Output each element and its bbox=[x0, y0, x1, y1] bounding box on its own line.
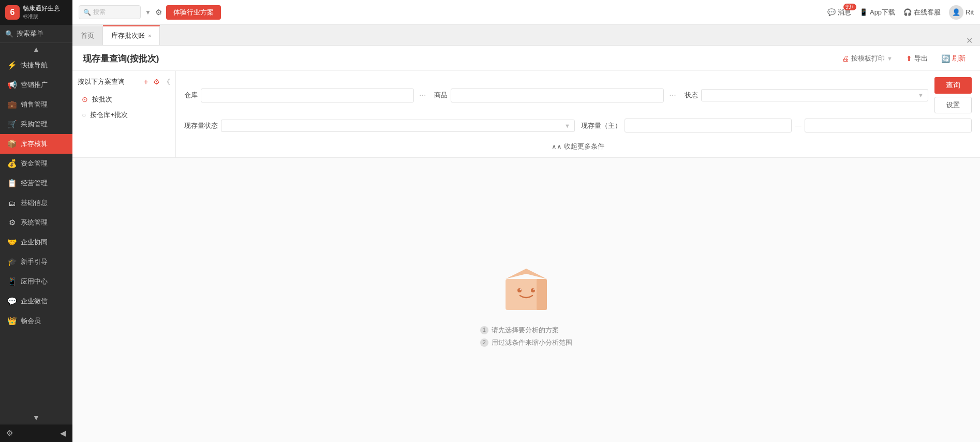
app-download-btn[interactable]: 📱 App下载 bbox=[859, 8, 895, 17]
filter-row-2: 现存量状态 ▼ 现存量（主） — bbox=[184, 119, 972, 132]
tab-home[interactable]: 首页 bbox=[72, 26, 103, 45]
sidebar-label-purchase: 采购管理 bbox=[21, 120, 48, 129]
sidebar-label-wechat: 企业微信 bbox=[21, 297, 48, 306]
sidebar-item-member[interactable]: 👑畅会员 bbox=[0, 311, 72, 331]
sidebar-icon-system: ⚙ bbox=[7, 218, 17, 227]
app-download-icon: 📱 bbox=[859, 8, 868, 16]
sidebar-item-purchase[interactable]: 🛒采购管理 bbox=[0, 114, 72, 134]
filter-qty-dash: — bbox=[795, 122, 801, 129]
filter-main: 仓库 ··· 商品 ··· 状态 ▼ bbox=[176, 71, 980, 157]
tab-inventory-batch-label: 库存批次账 bbox=[111, 31, 145, 40]
sidebar-item-operations[interactable]: 📋经营管理 bbox=[0, 173, 72, 193]
filter-qty-range: — bbox=[625, 119, 972, 132]
empty-hint-1: 1 请先选择要分析的方案 bbox=[480, 326, 572, 335]
messages-btn[interactable]: 💬 消息 99+ bbox=[827, 8, 851, 17]
filter-qty-field: 现存量（主） — bbox=[581, 119, 972, 132]
sidebar-item-apps[interactable]: 📱应用中心 bbox=[0, 272, 72, 291]
empty-num-2: 2 bbox=[480, 338, 488, 347]
topbar-chevron-icon[interactable]: ▼ bbox=[145, 9, 151, 16]
sidebar-item-marketing[interactable]: 📢营销推广 bbox=[0, 75, 72, 95]
filter-sidebar: 按以下方案查询 ＋ ⚙ 《 ⊙ 按批次 ○ 按仓库+批次 bbox=[72, 71, 176, 157]
sidebar-icon-basics: 🗂 bbox=[7, 199, 17, 208]
sidebar-item-finance[interactable]: 💰资金管理 bbox=[0, 154, 72, 173]
refresh-btn[interactable]: 🔄 刷新 bbox=[937, 52, 970, 65]
collapse-more-label: 收起更多条件 bbox=[564, 142, 604, 151]
filter-option-by-wh-batch[interactable]: ○ 按仓库+批次 bbox=[78, 107, 170, 123]
sidebar-item-basics[interactable]: 🗂基础信息 bbox=[0, 193, 72, 213]
filter-inv-status-field: 现存量状态 ▼ bbox=[184, 120, 575, 132]
filter-add-icon[interactable]: ＋ bbox=[142, 78, 150, 86]
topbar-search-icon: 🔍 bbox=[83, 9, 91, 16]
print-btn[interactable]: 🖨 按模板打印 ▼ bbox=[838, 52, 897, 65]
filter-product-input[interactable] bbox=[451, 89, 664, 102]
tab-close-icon[interactable]: × bbox=[148, 33, 151, 39]
empty-hint-1-text: 请先选择要分析的方案 bbox=[492, 326, 559, 335]
topbar-gear-icon[interactable]: ⚙ bbox=[155, 8, 162, 17]
query-btn[interactable]: 查询 bbox=[934, 77, 972, 94]
sidebar-item-enterprise[interactable]: 🤝企业协同 bbox=[0, 232, 72, 252]
sidebar-collapse-icon[interactable]: ◀ bbox=[60, 429, 66, 438]
online-support-btn[interactable]: 🎧 在线客服 bbox=[903, 8, 941, 17]
app-logo: 6 bbox=[5, 5, 20, 20]
sidebar-item-quick-nav[interactable]: ⚡快捷导航 bbox=[0, 55, 72, 75]
filter-actions-right: 查询 设置 bbox=[934, 77, 972, 113]
filter-inv-status-select[interactable]: ▼ bbox=[221, 120, 575, 132]
collapse-up-icon: ∧∧ bbox=[552, 143, 562, 151]
sidebar-item-sales[interactable]: 💼销售管理 bbox=[0, 95, 72, 114]
svg-point-6 bbox=[533, 288, 535, 290]
message-icon: 💬 bbox=[827, 8, 836, 16]
topbar-search-text: 搜索 bbox=[93, 8, 106, 17]
export-label: 导出 bbox=[914, 54, 928, 63]
sidebar-scroll-down[interactable]: ▼ bbox=[0, 411, 72, 424]
industry-btn[interactable]: 体验行业方案 bbox=[166, 5, 221, 20]
empty-hint-2-text: 用过滤条件来缩小分析范围 bbox=[492, 338, 572, 347]
print-icon: 🖨 bbox=[842, 54, 849, 63]
tab-inventory-batch[interactable]: 库存批次账 × bbox=[103, 25, 160, 45]
tabbar: 首页 库存批次账 × ✕ bbox=[72, 25, 980, 46]
filter-collapse-icon[interactable]: 《 bbox=[163, 78, 170, 85]
sidebar-item-system[interactable]: ⚙系统管理 bbox=[0, 213, 72, 232]
filter-qty-to-input[interactable] bbox=[805, 119, 972, 132]
filter-settings-icon[interactable]: ⚙ bbox=[153, 78, 160, 85]
filter-status-select[interactable]: ▼ bbox=[701, 89, 928, 101]
topbar-search-box[interactable]: 🔍 搜索 bbox=[79, 5, 141, 19]
sidebar-label-operations: 经营管理 bbox=[21, 179, 48, 188]
sidebar-label-apps: 应用中心 bbox=[21, 277, 48, 286]
empty-num-1: 1 bbox=[480, 326, 488, 334]
sidebar-search[interactable]: 🔍 搜索菜单 bbox=[0, 25, 72, 43]
filter-sidebar-header: 按以下方案查询 ＋ ⚙ 《 bbox=[78, 77, 170, 86]
sidebar-nav: ⚡快捷导航📢营销推广💼销售管理🛒采购管理📦库存核算💰资金管理📋经营管理🗂基础信息… bbox=[0, 55, 72, 411]
sidebar-scroll-up[interactable]: ▲ bbox=[0, 43, 72, 55]
svg-rect-2 bbox=[537, 279, 547, 310]
settings-btn[interactable]: 设置 bbox=[934, 97, 972, 113]
username-label: Rit bbox=[966, 8, 974, 16]
filter-warehouse-field: 仓库 ··· bbox=[184, 89, 428, 102]
topbar-left: 🔍 搜索 ▼ ⚙ 体验行业方案 bbox=[79, 5, 822, 20]
filter-warehouse-input[interactable] bbox=[201, 89, 414, 102]
filter-product-dots[interactable]: ··· bbox=[667, 90, 678, 101]
sidebar-item-inventory[interactable]: 📦库存核算 bbox=[0, 134, 72, 154]
app-version: 标准版 bbox=[23, 13, 60, 20]
sidebar-item-guide[interactable]: 🎓新手引导 bbox=[0, 252, 72, 272]
sidebar-footer: ⚙ ◀ bbox=[0, 424, 72, 442]
collapse-more-btn[interactable]: ∧∧ 收起更多条件 bbox=[184, 139, 972, 151]
empty-hint-2: 2 用过滤条件来缩小分析范围 bbox=[480, 338, 572, 347]
sidebar-settings-icon[interactable]: ⚙ bbox=[6, 429, 13, 438]
filter-option-by-batch[interactable]: ⊙ 按批次 bbox=[78, 92, 170, 107]
user-profile-btn[interactable]: 👤 Rit bbox=[949, 5, 974, 20]
filter-warehouse-dots[interactable]: ··· bbox=[417, 90, 428, 101]
filter-sidebar-actions: ＋ ⚙ 《 bbox=[142, 78, 170, 86]
svg-marker-1 bbox=[506, 269, 547, 279]
refresh-icon: 🔄 bbox=[941, 54, 950, 63]
filter-option-icon-wh-batch: ○ bbox=[82, 111, 86, 119]
app-name: 畅康通好生意 bbox=[23, 5, 60, 13]
filter-option-icon-batch: ⊙ bbox=[82, 95, 88, 104]
tab-global-close[interactable]: ✕ bbox=[963, 37, 976, 45]
export-btn[interactable]: ⬆ 导出 bbox=[902, 52, 932, 65]
sidebar-icon-purchase: 🛒 bbox=[7, 120, 17, 129]
sidebar-label-inventory: 库存核算 bbox=[21, 139, 48, 149]
page-title: 现存量查询(按批次) bbox=[83, 53, 159, 65]
sidebar-item-wechat[interactable]: 💬企业微信 bbox=[0, 291, 72, 311]
filter-status-field: 状态 ▼ bbox=[685, 89, 928, 101]
filter-qty-from-input[interactable] bbox=[625, 119, 792, 132]
